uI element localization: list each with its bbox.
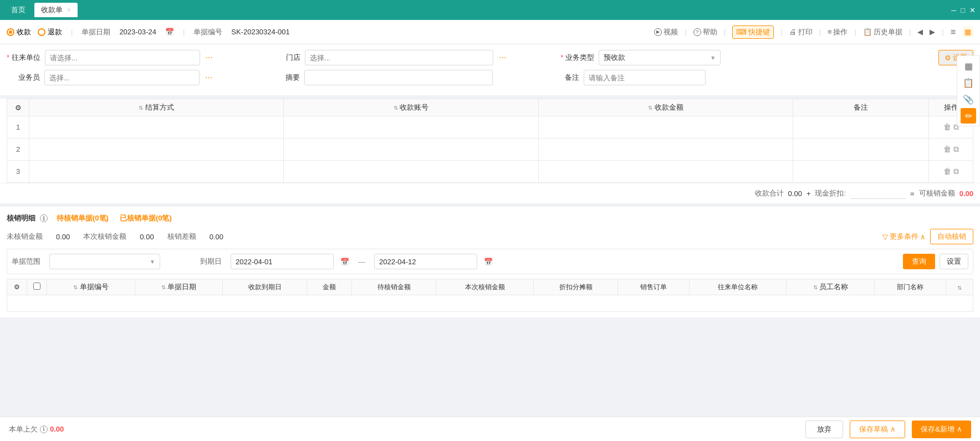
operation-action[interactable]: ≡ 操作 (828, 27, 848, 37)
table-row: 1 🗑 ⧉ (7, 116, 973, 139)
video-circle-icon: ▶ (654, 28, 662, 36)
nav-next-icon[interactable]: ▶ (930, 28, 935, 36)
sep1: | (685, 28, 686, 36)
row3-delete-icon[interactable]: 🗑 (943, 167, 951, 176)
verify-tab-pending[interactable]: 待核销单据(0笔) (52, 212, 113, 224)
list-view-icon[interactable]: ≡ (951, 27, 956, 37)
row1-remark[interactable] (793, 116, 928, 139)
nav-prev-icon[interactable]: ◀ (917, 28, 923, 36)
save-new-chevron: ∧ (957, 425, 962, 433)
sort-icon-bt2: ⇅ (161, 284, 166, 290)
verify-settings-button[interactable]: 设置 (940, 254, 968, 269)
row1-delete-icon[interactable]: 🗑 (943, 122, 951, 132)
filter-btns: 查询 设置 (903, 254, 968, 269)
table-row: 3 🗑 ⧉ (7, 161, 973, 183)
refund-radio[interactable]: 退款 (38, 27, 62, 37)
query-button[interactable]: 查询 (903, 254, 935, 269)
row3-copy-icon[interactable]: ⧉ (953, 167, 959, 176)
customer-more-btn[interactable]: ··· (205, 53, 214, 63)
history-action[interactable]: 📋 历史单据 (863, 27, 902, 37)
verify-title-text: 核销明细 (7, 213, 35, 223)
bottom-table-empty-row (7, 295, 973, 312)
date-value[interactable]: 2023-03-24 (119, 28, 156, 36)
discount-input[interactable] (850, 188, 906, 199)
row2-copy-icon[interactable]: ⧉ (953, 145, 959, 154)
row2-account[interactable] (284, 139, 538, 161)
more-filter-btn[interactable]: ▽ 更多条件 ∧ (882, 232, 926, 242)
row3-account[interactable] (284, 161, 538, 183)
date-to-input[interactable] (374, 254, 477, 269)
btcol-checkbox[interactable] (27, 279, 47, 295)
row2-remark[interactable] (793, 139, 928, 161)
shortcut-action[interactable]: ⌨ 快捷键 (732, 25, 774, 39)
print-action[interactable]: 🖨 打印 (789, 27, 813, 37)
discount-label: 现金折扣: (815, 188, 846, 198)
calendar-icon-2[interactable]: 📅 (484, 258, 493, 266)
btcol-dept: ⇅ (946, 279, 973, 295)
number-value: SK-20230324-001 (231, 28, 290, 36)
refund-radio-label: 退款 (48, 27, 62, 37)
row1-settle[interactable] (29, 116, 284, 139)
sidebar-edit-icon[interactable]: ✏ (961, 108, 976, 124)
home-tab[interactable]: 首页 (4, 3, 32, 17)
date-from-input[interactable] (231, 254, 334, 269)
sidebar-doc-icon[interactable]: 📋 (961, 75, 976, 90)
btcol-sales-order: 往来单位名称 (689, 279, 787, 295)
btcol-gear[interactable]: ⚙ (7, 279, 27, 295)
row3-remark[interactable] (793, 161, 928, 183)
active-tab[interactable]: 收款单 × (34, 3, 78, 17)
table-settings-icon[interactable]: ⚙ (7, 99, 29, 116)
verify-info-icon[interactable]: ℹ (40, 214, 48, 222)
video-action[interactable]: ▶ 视频 (654, 27, 678, 37)
tab-close-icon[interactable]: × (67, 6, 72, 14)
verify-filter-bar: 单据范围 ▼ 到期日 📅 — 📅 查询 设置 (7, 249, 973, 274)
row2-delete-icon[interactable]: 🗑 (943, 145, 951, 154)
row1-amount[interactable] (538, 116, 793, 139)
plus-sign: + (807, 189, 811, 198)
summary-input[interactable] (304, 70, 493, 85)
row2-amount[interactable] (538, 139, 793, 161)
row1-account[interactable] (284, 116, 538, 139)
calendar-icon[interactable]: 📅 (165, 28, 174, 36)
biz-type-label: 业务类型 (560, 53, 594, 63)
bottom-info-icon[interactable]: ℹ (40, 425, 48, 433)
receipt-radio[interactable]: 收款 (7, 27, 31, 37)
auto-verify-button[interactable]: 自动核销 (930, 229, 973, 244)
save-draft-chevron: ∧ (890, 425, 896, 433)
save-new-button[interactable]: 保存&新增 ∧ (912, 421, 971, 438)
abandon-button[interactable]: 放弃 (805, 421, 843, 438)
row3-amount[interactable] (538, 161, 793, 183)
filter-range-select[interactable]: ▼ (49, 254, 160, 269)
sort-icon3: ⇅ (648, 105, 652, 111)
verify-stats-row: 未核销金额 0.00 本次核销金额 0.00 核销差额 0.00 ▽ 更多条件 … (7, 229, 973, 244)
shop-more-btn[interactable]: ··· (498, 53, 507, 63)
receipt-radio-label: 收款 (17, 27, 31, 37)
staff-input[interactable] (44, 70, 200, 85)
filter-range-chevron: ▼ (150, 259, 155, 265)
save-draft-button[interactable]: 保存草稿 ∧ (850, 421, 905, 438)
sidebar-table-icon[interactable]: ▦ (961, 58, 976, 74)
win-maximize-icon[interactable]: □ (961, 6, 965, 14)
verify-tab-done[interactable]: 已核销单据(0笔) (115, 212, 176, 224)
row2-settle[interactable] (29, 139, 284, 161)
btcol-staff: 部门名称 (875, 279, 946, 295)
row3-settle[interactable] (29, 161, 284, 183)
sum-label: 收款合计 (755, 188, 784, 198)
sort-icon-bt4: ⇅ (957, 285, 962, 291)
select-all-checkbox[interactable] (33, 283, 40, 290)
shop-input[interactable] (305, 50, 493, 65)
sidebar-attach-icon[interactable]: 📎 (961, 91, 976, 107)
staff-more-btn[interactable]: ··· (204, 73, 213, 83)
sum-value: 0.00 (788, 189, 802, 198)
grid-view-icon[interactable]: ▦ (962, 27, 973, 37)
win-close-icon[interactable]: ✕ (969, 6, 976, 14)
help-action[interactable]: ? 帮助 (693, 27, 717, 37)
biz-type-select[interactable]: 预收款 ▼ (599, 50, 721, 65)
remark-input[interactable] (584, 70, 706, 85)
calendar-icon-1[interactable]: 📅 (340, 258, 349, 266)
win-minimize-icon[interactable]: ─ (951, 6, 956, 14)
receipt-table: ⚙ ⇅ 结算方式 ⇅ 收款账号 ⇅ 收款金额 备注 操作 1 (7, 99, 973, 183)
refund-radio-dot (38, 28, 45, 36)
customer-input[interactable] (45, 50, 200, 65)
date-dash-sep: — (358, 258, 365, 266)
